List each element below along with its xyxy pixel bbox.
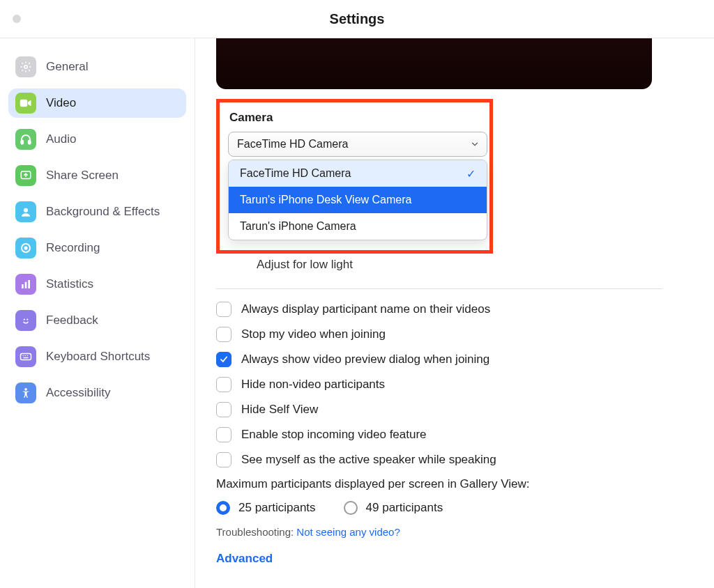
keyboard-icon [15,346,36,367]
adjust-low-light-label: Adjust for low light [257,258,686,272]
camera-section-label: Camera [229,111,481,125]
svg-rect-10 [28,280,30,288]
video-option-1[interactable]: Stop my video when joining [216,327,686,342]
divider [216,288,662,289]
sidebar-item-label: General [46,60,88,74]
video-option-label: Hide Self View [241,403,318,417]
sidebar-item-accessibility[interactable]: Accessibility [8,378,186,408]
video-option-label: Stop my video when joining [241,327,386,341]
video-preview [216,38,652,89]
video-option-2[interactable]: Always show video preview dialog when jo… [216,352,686,367]
svg-rect-1 [20,100,28,107]
camera-select[interactable]: FaceTime HD Camera [228,132,487,157]
sidebar-item-keyboard[interactable]: Keyboard Shortcuts [8,342,186,371]
sidebar-item-label: Audio [46,132,76,146]
radio-49-participants[interactable]: 49 participants [344,501,443,515]
video-options-list: Always display participant name on their… [216,302,686,467]
video-option-label: Always show video preview dialog when jo… [241,353,489,366]
titlebar: Settings [0,0,714,38]
user-icon [15,201,36,222]
checkbox-off-icon [216,302,231,317]
checkbox-off-icon [216,377,231,392]
svg-rect-14 [21,354,31,360]
video-option-label: Always display participant name on their… [241,302,490,316]
camera-option-0[interactable]: FaceTime HD Camera ✓ [229,160,487,187]
chevron-down-icon [470,139,480,152]
sidebar: General Video Audio Share Screen [0,38,195,588]
video-icon [15,93,36,114]
radio-on-icon [216,501,230,515]
svg-rect-3 [29,141,31,144]
svg-point-17 [27,355,29,357]
svg-point-7 [24,246,27,249]
checkbox-off-icon [216,452,231,467]
video-option-label: Enable stop incoming video feature [241,428,427,442]
accessibility-icon [15,382,36,403]
share-screen-icon [15,165,36,186]
camera-option-1[interactable]: Tarun's iPhone Desk View Camera [229,187,487,213]
sidebar-item-label: Video [46,96,76,110]
svg-rect-2 [21,141,23,144]
sidebar-item-audio[interactable]: Audio [8,125,186,154]
sidebar-item-video[interactable]: Video [8,88,186,118]
checkbox-off-icon [216,427,231,442]
svg-point-15 [23,355,24,357]
advanced-link[interactable]: Advanced [216,552,686,566]
checkbox-on-icon [216,352,231,367]
camera-callout: Camera FaceTime HD Camera FaceTime HD Ca… [216,99,493,254]
check-icon: ✓ [466,167,476,180]
sidebar-item-label: Recording [46,241,100,255]
checkbox-off-icon [216,402,231,417]
settings-window: { "title": "Settings", "sidebar": { "ite… [0,0,714,588]
body: General Video Audio Share Screen [0,38,714,588]
sidebar-item-label: Keyboard Shortcuts [46,350,150,364]
record-icon [15,238,36,258]
svg-rect-18 [23,357,29,359]
camera-dropdown: FaceTime HD Camera ✓ Tarun's iPhone Desk… [228,160,487,240]
svg-point-0 [24,65,28,69]
sidebar-item-feedback[interactable]: Feedback [8,306,186,335]
svg-point-12 [24,318,25,320]
sidebar-item-share-screen[interactable]: Share Screen [8,161,186,190]
gallery-radio-group: 25 participants 49 participants [216,501,686,515]
video-option-3[interactable]: Hide non-video participants [216,377,686,392]
sidebar-item-label: Accessibility [46,386,111,400]
video-option-label: See myself as the active speaker while s… [241,453,496,467]
sidebar-item-label: Share Screen [46,169,119,183]
radio-25-participants[interactable]: 25 participants [216,501,316,515]
smiley-icon [15,310,36,331]
sidebar-item-statistics[interactable]: Statistics [8,270,186,299]
chart-icon [15,274,36,295]
video-option-4[interactable]: Hide Self View [216,402,686,417]
sidebar-item-label: Feedback [46,314,98,327]
camera-option-2[interactable]: Tarun's iPhone Camera [229,213,487,240]
content-pane: Camera FaceTime HD Camera FaceTime HD Ca… [195,38,714,588]
sidebar-item-background[interactable]: Background & Effects [8,197,186,226]
svg-point-5 [24,208,28,212]
troubleshooting-text: Troubleshooting: Not seeing any video? [216,526,686,538]
troubleshoot-link[interactable]: Not seeing any video? [296,526,400,538]
video-option-0[interactable]: Always display participant name on their… [216,302,686,317]
headphones-icon [15,129,36,150]
svg-point-16 [25,355,26,357]
gallery-view-label: Maximum participants displayed per scree… [216,477,686,491]
video-option-6[interactable]: See myself as the active speaker while s… [216,452,686,467]
window-title: Settings [0,11,714,27]
checkbox-off-icon [216,327,231,342]
sidebar-item-label: Background & Effects [46,205,160,219]
sidebar-item-recording[interactable]: Recording [8,233,186,263]
svg-rect-8 [22,284,24,288]
svg-point-19 [24,388,27,391]
sidebar-item-label: Statistics [46,277,93,291]
video-option-5[interactable]: Enable stop incoming video feature [216,427,686,442]
gear-icon [15,56,36,77]
video-option-label: Hide non-video participants [241,378,385,392]
svg-point-13 [26,318,28,320]
radio-off-icon [344,501,358,515]
sidebar-item-general[interactable]: General [8,52,186,82]
camera-select-value: FaceTime HD Camera [237,138,348,150]
svg-rect-9 [25,282,27,288]
